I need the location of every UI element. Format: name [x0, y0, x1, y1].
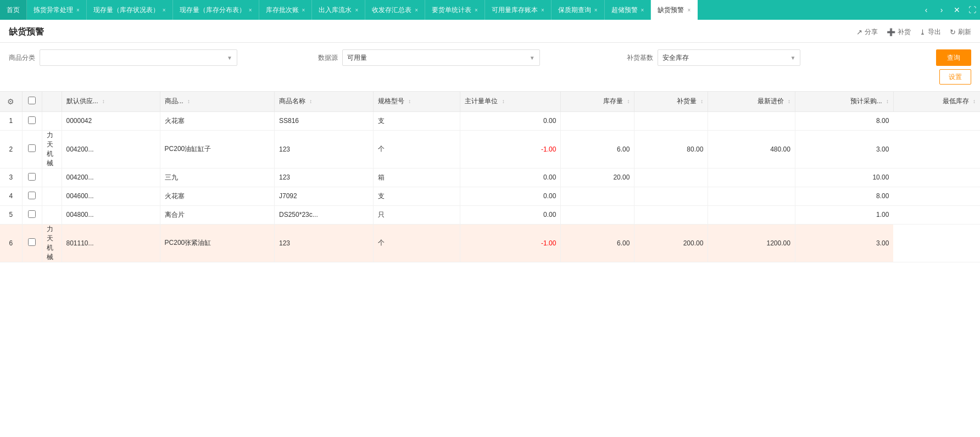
- row-unit: 箱: [373, 168, 460, 187]
- col-header-stock[interactable]: 库存量 ↕: [561, 92, 634, 111]
- row-checkbox-cell: [22, 168, 42, 187]
- sort-icon-product-code: ↕: [187, 98, 190, 104]
- row-spec: J7092: [275, 187, 374, 205]
- row-supplier: 力天机械: [42, 224, 62, 262]
- replenish-button[interactable]: ➕ 补货: [887, 27, 911, 37]
- select-all-checkbox[interactable]: [28, 97, 36, 104]
- tab-available[interactable]: 可用量库存账本 ×: [485, 0, 552, 20]
- row-product-code: 801110...: [62, 224, 160, 262]
- row-min-stock: 8.00: [795, 187, 893, 205]
- table-row: 2 力天机械 004200... PC200油缸缸子 123 个 -1.00 6…: [0, 130, 980, 168]
- row-checkbox[interactable]: [28, 144, 36, 152]
- row-latest-price: [634, 187, 708, 205]
- tab-abnormal[interactable]: 拣货异常处理 ×: [27, 0, 87, 20]
- tab-batch[interactable]: 库存批次账 ×: [259, 0, 313, 20]
- row-est-purchase: [708, 187, 795, 205]
- filter-replenish-basis-value: 安全库存: [662, 53, 689, 63]
- row-checkbox[interactable]: [28, 192, 36, 199]
- tab-shortage[interactable]: 缺货预警 ×: [651, 0, 698, 20]
- row-stock: 0.00: [460, 168, 561, 187]
- filter-datasource-select[interactable]: 可用量 ▼: [342, 49, 540, 66]
- tab-prev-btn[interactable]: ‹: [918, 5, 934, 14]
- tab-maximize-btn[interactable]: ⛶: [965, 5, 980, 14]
- col-header-est-purchase[interactable]: 预计采购... ↕: [795, 92, 893, 111]
- row-spec: 123: [275, 224, 374, 262]
- sort-icon-latest-price: ↕: [788, 98, 790, 104]
- col-header-min-stock[interactable]: 最低库存 ↕: [893, 92, 980, 111]
- tab-close-btn[interactable]: ✕: [949, 5, 965, 14]
- filter-category-label: 商品分类: [9, 53, 35, 63]
- tab-bar: 首页 拣货异常处理 × 现存量（库存状况表） × 现存量（库存分布表） × 库存…: [0, 0, 980, 20]
- filter-category-select[interactable]: ▼: [40, 49, 237, 66]
- setting-button[interactable]: 设置: [939, 69, 971, 85]
- tab-stock-dist[interactable]: 现存量（库存分布表） ×: [173, 0, 259, 20]
- row-supplier: [42, 168, 62, 187]
- close-tab-shortage[interactable]: ×: [687, 7, 691, 13]
- close-tab-batch[interactable]: ×: [302, 7, 305, 13]
- tab-summary[interactable]: 收发存汇总表 ×: [365, 0, 425, 20]
- row-replenish: 6.00: [561, 224, 634, 262]
- row-checkbox[interactable]: [28, 210, 36, 218]
- col-header-unit[interactable]: 主计量单位 ↕: [460, 92, 561, 111]
- row-product-name: 火花塞: [160, 111, 274, 130]
- col-header-replenish[interactable]: 补货量 ↕: [634, 92, 708, 111]
- row-latest-price: [634, 168, 708, 187]
- tab-overstock[interactable]: 超储预警 ×: [605, 0, 652, 20]
- row-num: 3: [0, 168, 22, 187]
- tab-home[interactable]: 首页: [0, 0, 27, 20]
- row-unit: 个: [373, 224, 460, 262]
- row-min-stock: 10.00: [795, 168, 893, 187]
- gear-icon[interactable]: ⚙: [4, 97, 18, 106]
- row-checkbox[interactable]: [28, 173, 36, 181]
- sort-icon-product-name: ↕: [309, 98, 312, 104]
- close-tab-expiry[interactable]: ×: [594, 7, 598, 13]
- row-spec: SS816: [275, 111, 374, 130]
- filter-replenish-basis: 补货基数 安全库存 ▼: [627, 49, 936, 66]
- table-row: 4 004600... 火花塞 J7092 支 0.00 8.00: [0, 187, 980, 205]
- row-replenish: [561, 187, 634, 205]
- export-button[interactable]: ⤓ 导出: [920, 27, 941, 37]
- close-tab-stock-dist[interactable]: ×: [249, 7, 252, 13]
- page-header: 缺货预警 ↗ 分享 ➕ 补货 ⤓ 导出 ↻ 刷新: [0, 20, 980, 43]
- share-button[interactable]: ↗ 分享: [856, 27, 878, 37]
- filter-replenish-basis-select[interactable]: 安全库存 ▼: [658, 49, 800, 66]
- close-tab-summary[interactable]: ×: [415, 7, 418, 13]
- row-unit: 只: [373, 205, 460, 224]
- tab-next-btn[interactable]: ›: [934, 5, 949, 14]
- row-checkbox[interactable]: [28, 238, 36, 246]
- tab-order-stat[interactable]: 要货单统计表 ×: [425, 0, 485, 20]
- filter-section: 商品分类 ▼ 数据源 可用量 ▼ 补货基数 安全库存 ▼ 查询 设置: [0, 43, 980, 92]
- col-header-spec[interactable]: 规格型号 ↕: [373, 92, 460, 111]
- row-checkbox[interactable]: [28, 116, 36, 124]
- tab-expiry[interactable]: 保质期查询 ×: [552, 0, 605, 20]
- row-est-purchase: [708, 205, 795, 224]
- sort-icon-min-stock: ↕: [973, 98, 976, 104]
- close-tab-available[interactable]: ×: [541, 7, 544, 13]
- close-tab-flow[interactable]: ×: [355, 7, 358, 13]
- close-tab-stock-status[interactable]: ×: [163, 7, 166, 13]
- row-num: 1: [0, 111, 22, 130]
- row-checkbox-cell: [22, 130, 42, 168]
- col-header-index: [42, 92, 62, 111]
- row-supplier: [42, 111, 62, 130]
- query-button[interactable]: 查询: [936, 49, 971, 66]
- row-replenish: [561, 111, 634, 130]
- close-tab-order-stat[interactable]: ×: [475, 7, 478, 13]
- sort-icon-supplier: ↕: [102, 98, 105, 104]
- close-tab-abnormal[interactable]: ×: [76, 7, 80, 13]
- row-replenish: [561, 205, 634, 224]
- row-stock: 0.00: [460, 111, 561, 130]
- col-header-latest-price[interactable]: 最新进价 ↕: [708, 92, 795, 111]
- col-header-product-name[interactable]: 商品名称 ↕: [275, 92, 374, 111]
- share-icon: ↗: [856, 28, 862, 36]
- tab-stock-status[interactable]: 现存量（库存状况表） ×: [87, 0, 173, 20]
- col-header-product-code[interactable]: 商品... ↕: [160, 92, 274, 111]
- tab-flow[interactable]: 出入库流水 ×: [312, 0, 365, 20]
- table-container: ⚙ 默认供应... ↕ 商品... ↕ 商品名称: [0, 92, 980, 262]
- col-header-supplier[interactable]: 默认供应... ↕: [62, 92, 160, 111]
- close-tab-overstock[interactable]: ×: [641, 7, 644, 13]
- row-latest-price: [634, 205, 708, 224]
- refresh-button[interactable]: ↻ 刷新: [950, 27, 971, 37]
- row-latest-price: [634, 111, 708, 130]
- row-est-purchase: [708, 168, 795, 187]
